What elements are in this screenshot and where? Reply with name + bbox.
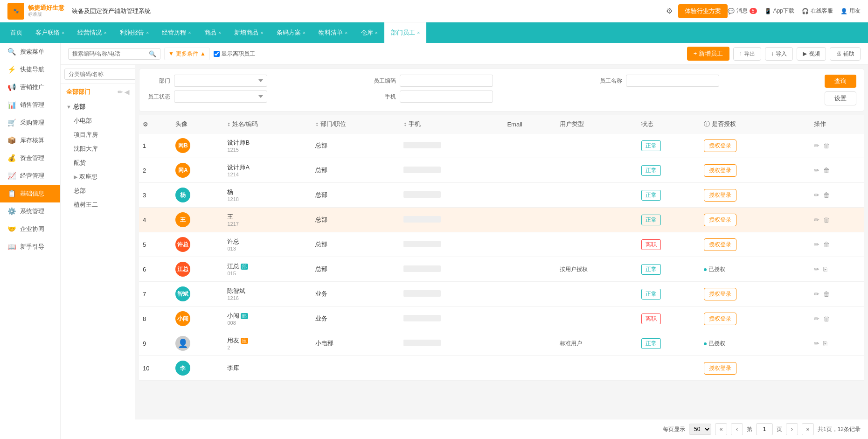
edit-icon[interactable]: ✏ — [814, 290, 819, 298]
dept-item-hq[interactable]: 总部 — [61, 184, 135, 198]
close-icon[interactable]: × — [218, 30, 221, 35]
close-icon[interactable]: × — [104, 30, 106, 35]
tab-employees[interactable]: 部门员工 × — [384, 22, 426, 43]
tab-barcode[interactable]: 条码方案 × — [270, 22, 312, 43]
settings-icon[interactable]: ⚙ — [666, 7, 673, 15]
dept-item-distribution[interactable]: 配货 — [61, 156, 135, 170]
dept-search-input[interactable] — [64, 69, 135, 80]
show-resigned-label[interactable]: 显示离职员工 — [214, 50, 255, 58]
close-icon[interactable]: × — [260, 30, 263, 35]
delete-icon[interactable]: 🗑 — [823, 142, 830, 149]
sidebar-item-quicknav[interactable]: ⚡ 快捷导航 — [0, 61, 60, 78]
dept-item-shenyang[interactable]: 沈阳大库 — [61, 142, 135, 156]
dept-item-dual[interactable]: ▶ 双座想 — [61, 170, 135, 184]
close-icon[interactable]: × — [62, 30, 64, 35]
user-btn[interactable]: 👤 用友 — [840, 7, 861, 15]
edit-icon[interactable]: ✏ — [814, 241, 819, 248]
dept-select[interactable] — [174, 75, 267, 87]
collapse-dept-icon[interactable]: ◀ — [125, 89, 129, 96]
auth-button[interactable]: 授权登录 — [704, 189, 736, 202]
dept-item-plant-king[interactable]: 植树王二 — [61, 198, 135, 212]
dept-item-small-electronics[interactable]: 小电部 — [61, 114, 135, 128]
import-button[interactable]: ↓ 导入 — [765, 47, 793, 61]
delete-icon[interactable]: 🗑 — [823, 315, 830, 322]
close-icon[interactable]: × — [375, 30, 378, 35]
delete-icon[interactable]: 🗑 — [823, 241, 830, 248]
emp-name-input[interactable] — [626, 75, 719, 87]
tab-history[interactable]: 经营历程 × — [155, 22, 197, 43]
col-name[interactable]: ↕ 姓名/编码 — [223, 115, 312, 133]
dept-item-headquarter[interactable]: ▼ 总部 — [61, 100, 135, 114]
sidebar-item-inventory[interactable]: 📦 库存核算 — [0, 132, 60, 149]
delete-icon[interactable]: 🗑 — [823, 167, 830, 174]
close-icon[interactable]: × — [417, 30, 420, 35]
auth-button[interactable]: 授权登录 — [704, 164, 736, 177]
online-service-btn[interactable]: 🎧 在线客服 — [802, 7, 833, 15]
emp-status-select[interactable] — [174, 91, 267, 103]
auth-button[interactable]: 授权登录 — [704, 139, 736, 152]
edit-icon[interactable]: ✏ — [814, 265, 819, 273]
delete-icon[interactable]: 🗑 — [823, 290, 830, 298]
edit-icon[interactable]: ✏ — [814, 167, 819, 174]
close-icon[interactable]: × — [303, 30, 306, 35]
more-conditions-btn[interactable]: ▼ 更多条件 ▲ — [164, 48, 210, 60]
tab-home[interactable]: 首页 — [4, 22, 29, 43]
message-btn[interactable]: 💬 消息 5 — [728, 7, 757, 15]
close-icon[interactable]: × — [345, 30, 347, 35]
tab-bom[interactable]: 物料清单 × — [312, 22, 354, 43]
tab-operation[interactable]: 经营情况 × — [71, 22, 113, 43]
sidebar-item-search[interactable]: 🔍 搜索菜单 — [0, 43, 60, 61]
sidebar-item-finance[interactable]: 💰 资金管理 — [0, 149, 60, 167]
sidebar-item-guide[interactable]: 📖 新手引导 — [0, 238, 60, 256]
edit-icon[interactable]: ✏ — [814, 142, 819, 149]
sidebar-item-collab[interactable]: 🤝 企业协同 — [0, 220, 60, 238]
view-button[interactable]: ▶ 视频 — [797, 47, 826, 61]
sidebar-item-purchase[interactable]: 🛒 采购管理 — [0, 114, 60, 132]
close-icon[interactable]: × — [188, 30, 191, 35]
delete-icon[interactable]: 🗑 — [823, 191, 830, 199]
page-input[interactable] — [756, 423, 773, 435]
sidebar-item-marketing[interactable]: 📢 营销推广 — [0, 78, 60, 96]
dept-item-project-store[interactable]: 项目库房 — [61, 128, 135, 142]
print-button[interactable]: 🖨 辅助 — [830, 47, 861, 61]
add-employee-button[interactable]: + 新增员工 — [687, 47, 729, 61]
close-icon[interactable]: × — [146, 30, 149, 35]
auth-button[interactable]: 授权登录 — [704, 288, 736, 300]
show-resigned-checkbox[interactable] — [214, 51, 220, 57]
copy-icon[interactable]: ⎘ — [823, 265, 827, 273]
sidebar-item-sales[interactable]: 📊 销售管理 — [0, 96, 60, 114]
phone-input[interactable] — [400, 91, 493, 103]
delete-icon[interactable]: 🗑 — [823, 216, 830, 223]
col-phone[interactable]: ↕ 手机 — [400, 115, 503, 133]
tab-goods[interactable]: 商品 × — [198, 22, 228, 43]
copy-icon[interactable]: ⎘ — [823, 340, 827, 347]
sidebar-item-basic[interactable]: 📋 基础信息 — [0, 185, 60, 202]
last-page-btn[interactable]: » — [802, 423, 814, 435]
export-button[interactable]: ↑ 导出 — [733, 47, 761, 61]
app-download-btn[interactable]: 📱 App下载 — [764, 7, 794, 15]
first-page-btn[interactable]: « — [715, 423, 727, 435]
sidebar-item-management[interactable]: 📈 经营管理 — [0, 167, 60, 185]
edit-icon[interactable]: ✏ — [814, 216, 819, 223]
emp-code-input[interactable] — [400, 75, 493, 87]
next-page-btn[interactable]: › — [786, 423, 798, 435]
set-button[interactable]: 设置 — [825, 91, 856, 105]
auth-button[interactable]: 授权登录 — [704, 238, 736, 251]
tab-profit[interactable]: 利润报告 × — [113, 22, 155, 43]
per-page-select[interactable]: 50 — [689, 424, 711, 435]
edit-icon[interactable]: ✏ — [814, 191, 819, 199]
query-button[interactable]: 查询 — [825, 75, 856, 88]
trial-button[interactable]: 体验行业方案 — [678, 4, 728, 18]
col-dept[interactable]: ↕ 部门/职位 — [312, 115, 400, 133]
edit-icon[interactable]: ✏ — [814, 315, 819, 322]
tab-warehouse[interactable]: 仓库 × — [354, 22, 384, 43]
auth-button[interactable]: 授权登录 — [704, 313, 736, 325]
tab-customer[interactable]: 客户联络 × — [29, 22, 71, 43]
search-box[interactable]: 🔍 — [68, 48, 160, 60]
auth-button[interactable]: 授权登录 — [704, 362, 736, 375]
tab-new-goods[interactable]: 新增商品 × — [228, 22, 270, 43]
auth-button[interactable]: 授权登录 — [704, 214, 736, 226]
sidebar-item-system[interactable]: ⚙️ 系统管理 — [0, 202, 60, 220]
edit-icon[interactable]: ✏ — [814, 340, 819, 347]
prev-page-btn[interactable]: ‹ — [731, 423, 743, 435]
